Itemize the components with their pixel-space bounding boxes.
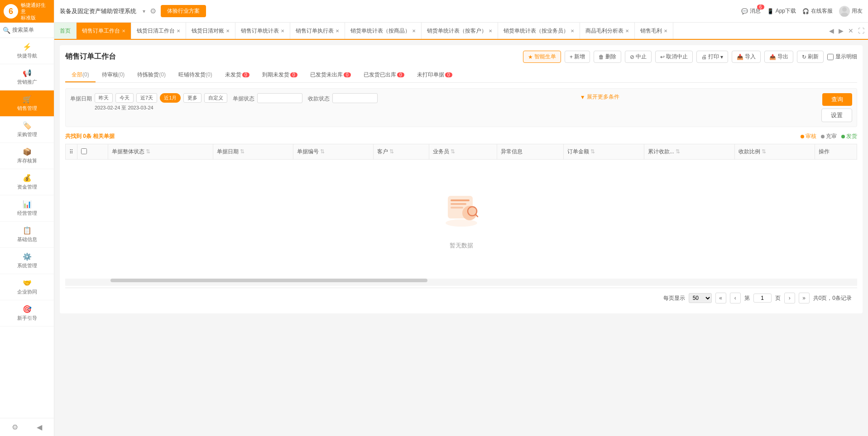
message-btn[interactable]: 💬 消息 6 — [741, 7, 761, 15]
tab-sales-stat[interactable]: 销售订单统计表✕ — [235, 23, 290, 39]
col-header-staff[interactable]: 业务员⇅ — [429, 144, 497, 160]
sidebar-item-inventory[interactable]: 📦 库存核算 — [0, 143, 54, 169]
col-header-collected[interactable]: 累计收款...⇅ — [644, 144, 734, 160]
tab-close-margin-analysis[interactable]: ✕ — [625, 28, 629, 33]
tab-close-sales-exec[interactable]: ✕ — [336, 28, 339, 33]
sidebar-item-sales[interactable]: 🛒 销售管理 — [0, 90, 54, 117]
next-page-btn[interactable]: › — [784, 293, 795, 303]
col-header-customer[interactable]: 客户⇅ — [374, 144, 429, 160]
sub-tab-pending-check[interactable]: 待拣验货(0) — [131, 68, 172, 82]
cancel-audit-quick-btn[interactable]: 充审 — [821, 133, 837, 140]
tab-next-btn[interactable]: ▶ — [838, 26, 844, 35]
date-filter-btn-近7天[interactable]: 近7天 — [136, 93, 157, 103]
sort-icon-customer[interactable]: ⇅ — [389, 148, 394, 155]
experience-btn[interactable]: 体验行业方案 — [161, 5, 206, 17]
tab-home[interactable]: 首页 — [54, 23, 77, 39]
tab-close-cash-clear[interactable]: ✕ — [177, 28, 180, 33]
tab-sales-exec[interactable]: 销售订单执行表✕ — [290, 23, 345, 39]
date-filter-btn-更多[interactable]: 更多 — [183, 93, 201, 103]
settings-gear-icon[interactable]: ⚙ — [150, 7, 156, 15]
refresh-btn[interactable]: ↻ 刷新 — [797, 51, 824, 63]
online-service-btn[interactable]: 🎧 在线客服 — [802, 7, 833, 15]
sort-icon-staff[interactable]: ⇅ — [451, 148, 455, 155]
sort-icon-amount[interactable]: ⇅ — [590, 148, 595, 155]
sidebar-item-operations[interactable]: 📊 经营管理 — [0, 195, 54, 222]
payment-select[interactable] — [332, 93, 378, 103]
sub-tab-pending-review[interactable]: 待审核(0) — [96, 68, 131, 82]
ship-quick-btn[interactable]: 发货 — [841, 133, 857, 140]
sub-tab-not-printed[interactable]: 未打印单据0 — [411, 68, 459, 82]
user-info-btn[interactable]: 用友 — [839, 6, 863, 17]
sort-icon-ratio[interactable]: ⇅ — [762, 148, 766, 155]
tab-close-sales-order[interactable]: ✕ — [122, 28, 125, 33]
sort-icon-number[interactable]: ⇅ — [320, 148, 325, 155]
sub-tab-not-shipped[interactable]: 未发货0 — [219, 68, 256, 82]
tab-close-sales-by-customer[interactable]: ✕ — [489, 28, 492, 33]
date-filter-btn-近1月[interactable]: 近1月 — [160, 93, 181, 103]
tab-sales-by-customer[interactable]: 销货单统计表（按客户）✕ — [422, 23, 498, 39]
tab-cash-reconcile[interactable]: 钱货日清对账✕ — [186, 23, 235, 39]
audit-quick-btn[interactable]: 审核 — [801, 133, 816, 140]
show-detail-checkbox[interactable] — [827, 54, 834, 60]
delete-btn[interactable]: 🗑 删除 — [594, 51, 621, 63]
sidebar-item-enterprise[interactable]: 🤝 企业协同 — [0, 274, 54, 300]
prev-page-btn[interactable]: ‹ — [730, 293, 741, 303]
sub-tab-overdue-ship[interactable]: 到期未发货0 — [256, 68, 304, 82]
new-btn[interactable]: + 新增 — [565, 51, 590, 63]
scroll-bar-area[interactable] — [65, 279, 857, 286]
cancel-stop-btn[interactable]: ↩ 取消中止 — [655, 51, 693, 63]
col-header-date[interactable]: 单据日期⇅ — [213, 144, 293, 160]
date-filter-btn-自定义[interactable]: 自定义 — [204, 93, 227, 103]
sidebar-item-marketing[interactable]: 📢 营销推广 — [0, 64, 54, 90]
col-header-amount[interactable]: 订单金额⇅ — [564, 144, 644, 160]
collapse-icon[interactable]: ◀ — [37, 423, 42, 431]
date-filter-btn-今天[interactable]: 今天 — [115, 93, 134, 103]
col-header-number[interactable]: 单据编号⇅ — [293, 144, 374, 160]
tab-sales-by-staff[interactable]: 销货单统计表（按业务员）✕ — [498, 23, 580, 39]
sidebar-item-guide[interactable]: 🎯 新手引导 — [0, 300, 54, 327]
import-btn[interactable]: 📥 导入 — [732, 51, 761, 63]
sidebar-item-basic-info[interactable]: 📋 基础信息 — [0, 222, 54, 248]
col-header-exception[interactable]: 异常信息 — [497, 144, 564, 160]
tab-close-sales-by-product[interactable]: ✕ — [412, 28, 416, 33]
sidebar-item-quick-nav[interactable]: ⚡ 快捷导航 — [0, 38, 54, 64]
sort-icon-collected[interactable]: ⇅ — [676, 148, 680, 155]
col-header-status[interactable]: 单据整体状态⇅ — [108, 144, 213, 160]
dropdown-arrow-icon[interactable]: ▾ — [143, 8, 145, 14]
print-btn[interactable]: 🖨 打印 ▾ — [696, 51, 728, 63]
select-all-checkbox[interactable] — [81, 148, 87, 154]
date-filter-btn-昨天[interactable]: 昨天 — [95, 93, 113, 103]
page-input[interactable] — [753, 294, 772, 303]
set-btn[interactable]: 设置 — [821, 109, 852, 122]
per-page-select[interactable]: 50 10 20 100 — [689, 293, 712, 303]
sidebar-item-finance[interactable]: 💰 资金管理 — [0, 169, 54, 195]
sub-tab-wangpu-ship[interactable]: 旺铺待发货(0) — [172, 68, 219, 82]
tab-close-cash-reconcile[interactable]: ✕ — [226, 28, 230, 33]
tab-sales-order[interactable]: 销售订单工作台✕ — [77, 23, 131, 39]
tab-fullscreen-btn[interactable]: ⛶ — [857, 26, 865, 35]
sub-tab-shipped-not-out[interactable]: 已发货未出库0 — [304, 68, 357, 82]
sort-icon-date[interactable]: ⇅ — [240, 148, 245, 155]
tab-cash-clear[interactable]: 钱货日清工作台✕ — [131, 23, 186, 39]
status-select[interactable] — [257, 93, 302, 103]
smart-gen-btn[interactable]: ★ 智能生单 — [523, 51, 561, 63]
export-btn[interactable]: 📤 导出 — [764, 51, 793, 63]
tab-close-sales-stat[interactable]: ✕ — [281, 28, 284, 33]
stop-btn[interactable]: ⊘ 中止 — [625, 51, 652, 63]
sub-tab-all[interactable]: 全部(0) — [65, 68, 96, 82]
first-page-btn[interactable]: « — [715, 293, 726, 303]
sort-icon-status[interactable]: ⇅ — [146, 148, 150, 155]
query-btn[interactable]: 查询 — [822, 93, 852, 106]
app-download-btn[interactable]: 📱 App下载 — [767, 7, 796, 15]
scroll-thumb[interactable] — [110, 279, 427, 282]
col-header-ratio[interactable]: 收款比例⇅ — [734, 144, 815, 160]
tab-close-sales-by-staff[interactable]: ✕ — [571, 28, 574, 33]
sidebar-search[interactable]: 🔍 搜索菜单 — [0, 23, 54, 38]
tab-close-all-btn[interactable]: ✕ — [847, 26, 854, 35]
sub-tab-shipped-out[interactable]: 已发货已出库0 — [357, 68, 411, 82]
tab-margin-analysis[interactable]: 商品毛利分析表✕ — [580, 23, 635, 39]
settings-icon[interactable]: ⚙ — [12, 423, 18, 431]
expand-filter-btn[interactable]: ▼ 展开更多条件 — [580, 93, 619, 101]
tab-close-sales-profit[interactable]: ✕ — [664, 28, 667, 33]
col-header-operation[interactable]: 操作 — [815, 144, 857, 160]
